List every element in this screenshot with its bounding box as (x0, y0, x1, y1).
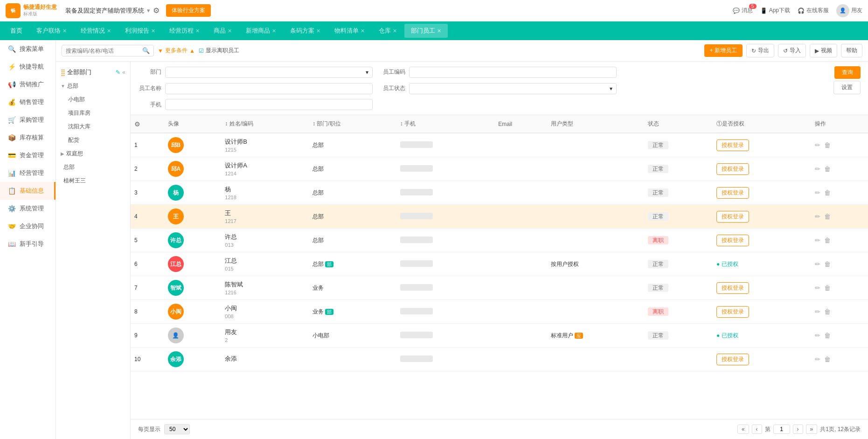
delete-icon[interactable]: 🗑 (824, 189, 831, 196)
tab-dept-employee[interactable]: 部门员工 ✕ (404, 24, 448, 38)
show-resigned-checkbox[interactable]: ☑ 显示离职员工 (199, 47, 239, 55)
next-page-btn[interactable]: › (793, 425, 803, 434)
sidebar-item-guide[interactable]: 📖 新手引导 (0, 235, 56, 253)
tab-customer[interactable]: 客户联络 ✕ (30, 24, 73, 38)
delete-icon[interactable]: 🗑 (824, 355, 831, 363)
filter-empname-input[interactable] (165, 83, 373, 94)
auth-login-button[interactable]: 授权登录 (716, 187, 749, 199)
sidebar-item-operations[interactable]: 📊 经营管理 (0, 164, 56, 182)
edit-icon[interactable]: ✏ (815, 308, 820, 315)
edit-icon[interactable]: ✏ (815, 165, 820, 173)
settings-icon[interactable]: ⚙ (153, 6, 160, 15)
tab-close-icon[interactable]: ✕ (195, 28, 200, 34)
delete-icon[interactable]: 🗑 (824, 237, 831, 244)
prev-page-btn[interactable]: ‹ (752, 425, 762, 434)
filter-set-button[interactable]: 设置 (833, 81, 861, 94)
system-dropdown-icon[interactable]: ▾ (147, 7, 150, 14)
tab-close-icon[interactable]: ✕ (437, 28, 441, 34)
delete-icon[interactable]: 🗑 (824, 332, 831, 339)
edit-icon[interactable]: ✏ (815, 237, 820, 244)
delete-icon[interactable]: 🗑 (824, 308, 831, 315)
sidebar-item-search[interactable]: 🔍 搜索菜单 (0, 40, 56, 58)
tree-group-main[interactable]: ▼ 总部 (56, 79, 130, 93)
auth-login-button[interactable]: 授权登录 (716, 354, 749, 365)
tab-close-icon[interactable]: ✕ (107, 28, 111, 34)
filter-dept-select[interactable]: ▾ (165, 67, 373, 78)
app-download-btn[interactable]: 📱 App下载 (760, 7, 790, 14)
tree-item-shenyang[interactable]: 沈阳大库 (61, 120, 130, 133)
tree-group-shuangting[interactable]: ▶ 双庭想 (56, 147, 130, 160)
messages-btn[interactable]: 💬 消息 5 (733, 7, 753, 14)
delete-icon[interactable]: 🗑 (824, 213, 831, 220)
sidebar-item-inventory[interactable]: 📦 库存核算 (0, 129, 56, 146)
auth-login-button[interactable]: 授权登录 (716, 211, 749, 223)
import-button[interactable]: ↺ 导入 (778, 44, 806, 57)
page-input[interactable] (773, 425, 790, 434)
tree-item-zhishu[interactable]: 植树王三 (56, 174, 130, 188)
filter-search-button[interactable]: 查询 (834, 66, 861, 79)
tab-close-icon[interactable]: ✕ (393, 28, 397, 34)
auth-login-button[interactable]: 授权登录 (716, 235, 749, 246)
online-service-btn[interactable]: 🎧 在线客服 (798, 7, 829, 14)
help-button[interactable]: 帮助 (841, 44, 862, 57)
tree-item-project[interactable]: 项目库房 (61, 106, 130, 120)
edit-icon[interactable]: ✏ (815, 284, 820, 292)
edit-icon[interactable]: ✏ (815, 332, 820, 339)
delete-icon[interactable]: 🗑 (824, 284, 831, 292)
auth-login-button[interactable]: 授权登录 (716, 163, 749, 175)
edit-icon[interactable]: ✏ (815, 260, 820, 268)
col-name[interactable]: ↕ 姓名/编码 (221, 115, 309, 133)
user-menu[interactable]: 👤 用友 (836, 4, 862, 17)
filter-status-select[interactable]: ▾ (409, 83, 617, 94)
tab-business[interactable]: 经营情况 ✕ (74, 24, 118, 38)
delete-icon[interactable]: 🗑 (824, 260, 831, 268)
dept-collapse-icon[interactable]: « (122, 69, 125, 76)
sidebar-item-basic-info[interactable]: 📋 基础信息 (0, 182, 56, 200)
col-setting[interactable]: ⚙ (131, 115, 164, 133)
sidebar-item-system[interactable]: ⚙️ 系统管理 (0, 200, 56, 217)
sidebar-item-purchase[interactable]: 🛒 采购管理 (0, 111, 56, 129)
tab-goods[interactable]: 商品 ✕ (207, 24, 238, 38)
sidebar-item-marketing[interactable]: 📢 营销推广 (0, 76, 56, 93)
sidebar-item-quicknav[interactable]: ⚡ 快捷导航 (0, 58, 56, 76)
more-filter-btn[interactable]: ▼ 更多条件 ▲ (158, 47, 195, 55)
auth-login-button[interactable]: 授权登录 (716, 282, 749, 294)
col-setting-icon[interactable]: ⚙ (134, 120, 140, 128)
last-page-btn[interactable]: » (806, 425, 818, 434)
trial-button[interactable]: 体验行业方案 (166, 4, 211, 17)
search-input[interactable] (66, 48, 140, 54)
dept-edit-icon[interactable]: ✎ (116, 69, 120, 76)
tab-barcode[interactable]: 条码方案 ✕ (284, 24, 327, 38)
auth-login-button[interactable]: 授权登录 (716, 139, 749, 151)
col-dept[interactable]: ↕ 部门/职位 (309, 115, 396, 133)
tab-close-icon[interactable]: ✕ (151, 28, 155, 34)
export-button[interactable]: ↻ 导出 (746, 44, 774, 57)
tab-warehouse[interactable]: 仓库 ✕ (372, 24, 403, 38)
edit-icon[interactable]: ✏ (815, 355, 820, 363)
tab-add-goods[interactable]: 新增商品 ✕ (239, 24, 283, 38)
first-page-btn[interactable]: « (737, 425, 749, 434)
filter-empcode-input[interactable] (409, 67, 617, 78)
col-phone[interactable]: ↕ 手机 (396, 115, 495, 133)
edit-icon[interactable]: ✏ (815, 189, 820, 196)
sidebar-item-sales[interactable]: 💰 销售管理 (0, 93, 56, 111)
search-box[interactable]: 🔍 (62, 45, 154, 56)
delete-icon[interactable]: 🗑 (824, 141, 831, 149)
tab-close-icon[interactable]: ✕ (272, 28, 276, 34)
view-button[interactable]: ▶ 视频 (810, 44, 837, 57)
tab-close-icon[interactable]: ✕ (62, 28, 67, 34)
tree-item-zongbu[interactable]: 总部 (56, 160, 130, 174)
tab-close-icon[interactable]: ✕ (228, 28, 232, 34)
edit-icon[interactable]: ✏ (815, 141, 820, 149)
auth-login-button[interactable]: 授权登录 (716, 306, 749, 318)
delete-icon[interactable]: 🗑 (824, 165, 831, 173)
tab-history[interactable]: 经营历程 ✕ (163, 24, 206, 38)
per-page-select[interactable]: 50 20 100 (164, 424, 190, 434)
add-employee-button[interactable]: + 新增员工 (704, 44, 743, 57)
tab-home[interactable]: 首页 (4, 24, 29, 38)
filter-phone-input[interactable] (165, 99, 373, 110)
sidebar-item-collab[interactable]: 🤝 企业协同 (0, 217, 56, 235)
tab-close-icon[interactable]: ✕ (361, 28, 365, 34)
tab-close-icon[interactable]: ✕ (316, 28, 320, 34)
sidebar-item-finance[interactable]: 💳 资金管理 (0, 146, 56, 164)
